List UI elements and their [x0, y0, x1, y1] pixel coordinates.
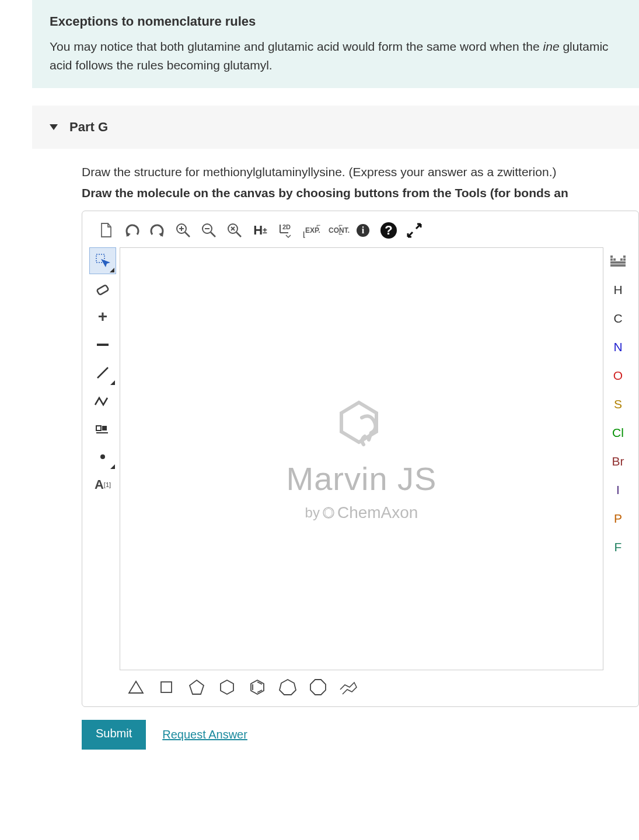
- element-C[interactable]: C: [606, 304, 630, 332]
- svg-text:?: ?: [385, 223, 392, 237]
- left-toolbar: + A[1]: [89, 246, 117, 670]
- new-document-icon[interactable]: [94, 218, 118, 243]
- zoom-out-icon[interactable]: [197, 218, 221, 243]
- charge-minus-tool[interactable]: [89, 331, 116, 358]
- marvin-editor: H± 2D EXP.⌐⌊ CONT.⌐⌐ i ?: [82, 211, 639, 707]
- benzene-template[interactable]: [243, 675, 271, 699]
- submit-row: Submit Request Answer: [82, 720, 639, 750]
- element-toolbar: H C N O S Cl Br I P F: [606, 246, 631, 670]
- cyclobutane-template[interactable]: [152, 675, 180, 699]
- cycloheptane-template[interactable]: [274, 675, 302, 699]
- contract-icon[interactable]: CONT.⌐⌐: [325, 218, 350, 243]
- info-title: Exceptions to nomenclature rules: [50, 14, 621, 29]
- element-Br[interactable]: Br: [606, 447, 630, 475]
- eraser-tool[interactable]: [89, 275, 116, 302]
- charge-plus-tool[interactable]: +: [89, 303, 116, 330]
- svg-line-1: [185, 232, 190, 237]
- drawing-canvas[interactable]: Marvin JS by ChemAxon: [120, 247, 603, 670]
- editor-body: + A[1]: [89, 246, 631, 670]
- svg-rect-28: [623, 256, 626, 258]
- 2d-clean-icon[interactable]: 2D: [274, 218, 298, 243]
- canvas-brand: ChemAxon: [337, 503, 418, 522]
- question-line1: Draw the structure for methionylglutamin…: [82, 165, 639, 179]
- marvin-placeholder-icon: [330, 396, 394, 454]
- cyclopentane-template[interactable]: [183, 675, 211, 699]
- svg-rect-32: [623, 258, 626, 261]
- redo-icon[interactable]: [145, 218, 170, 243]
- canvas-logo-text: Marvin JS: [287, 460, 437, 498]
- chain-tool[interactable]: [89, 387, 116, 414]
- canvas-by: by: [305, 505, 320, 521]
- svg-line-8: [236, 232, 241, 237]
- single-bond-tool[interactable]: [89, 359, 116, 386]
- element-N[interactable]: N: [606, 333, 630, 360]
- bottom-toolbar: [89, 670, 631, 699]
- svg-rect-22: [96, 426, 101, 430]
- cyclohexane-template[interactable]: [213, 675, 241, 699]
- chair-template[interactable]: [334, 675, 362, 699]
- request-answer-link[interactable]: Request Answer: [162, 728, 247, 741]
- svg-rect-29: [610, 258, 613, 261]
- part-header[interactable]: Part G: [32, 106, 639, 149]
- question-line2: Draw the molecule on the canvas by choos…: [82, 186, 639, 200]
- svg-rect-33: [610, 261, 626, 264]
- info-box: Exceptions to nomenclature rules You may…: [32, 0, 639, 88]
- chemaxon-icon: [322, 506, 335, 519]
- info-body: You may notice that both glutamine and g…: [50, 37, 621, 74]
- element-S[interactable]: S: [606, 390, 630, 418]
- svg-rect-31: [620, 258, 623, 261]
- zoom-reset-icon[interactable]: [222, 218, 247, 243]
- svg-text:i: i: [362, 225, 365, 235]
- info-body-italic: ine: [543, 40, 560, 53]
- atom-label-tool[interactable]: A[1]: [89, 471, 116, 498]
- svg-line-5: [211, 232, 215, 237]
- svg-line-21: [97, 368, 108, 378]
- radical-tool[interactable]: [89, 443, 116, 470]
- question-area: Draw the structure for methionylglutamin…: [82, 165, 639, 750]
- element-P[interactable]: P: [606, 505, 630, 532]
- canvas-byline: by ChemAxon: [305, 503, 418, 522]
- info-body-before: You may notice that both glutamine and g…: [50, 40, 543, 53]
- svg-point-25: [100, 454, 105, 459]
- svg-rect-19: [97, 285, 109, 295]
- svg-rect-30: [613, 258, 616, 261]
- template-tool[interactable]: [89, 415, 116, 442]
- cyclooctane-template[interactable]: [304, 675, 332, 699]
- help-icon[interactable]: ?: [376, 218, 401, 243]
- svg-rect-35: [161, 682, 172, 692]
- element-F[interactable]: F: [606, 533, 630, 561]
- element-O[interactable]: O: [606, 362, 630, 389]
- element-H[interactable]: H: [606, 276, 630, 303]
- svg-rect-20: [97, 344, 109, 346]
- info-icon[interactable]: i: [351, 218, 375, 243]
- submit-button[interactable]: Submit: [82, 720, 146, 750]
- part-label: Part G: [69, 120, 108, 135]
- element-Cl[interactable]: Cl: [606, 419, 630, 446]
- svg-rect-34: [610, 264, 626, 267]
- periodic-table-button[interactable]: [606, 247, 630, 275]
- cyclopropane-template[interactable]: [122, 675, 150, 699]
- collapse-triangle-icon[interactable]: [50, 124, 58, 130]
- svg-rect-23: [102, 426, 107, 430]
- zoom-in-icon[interactable]: [171, 218, 195, 243]
- fullscreen-icon[interactable]: [402, 218, 427, 243]
- top-toolbar: H± 2D EXP.⌐⌊ CONT.⌐⌐ i ?: [89, 218, 631, 246]
- selection-tool[interactable]: [89, 247, 116, 274]
- svg-rect-27: [610, 256, 613, 258]
- hydrogen-toggle-icon[interactable]: H±: [248, 218, 273, 243]
- element-I[interactable]: I: [606, 476, 630, 503]
- undo-icon[interactable]: [120, 218, 144, 243]
- svg-text:2D: 2D: [282, 223, 291, 230]
- expand-icon[interactable]: EXP.⌐⌊: [299, 218, 324, 243]
